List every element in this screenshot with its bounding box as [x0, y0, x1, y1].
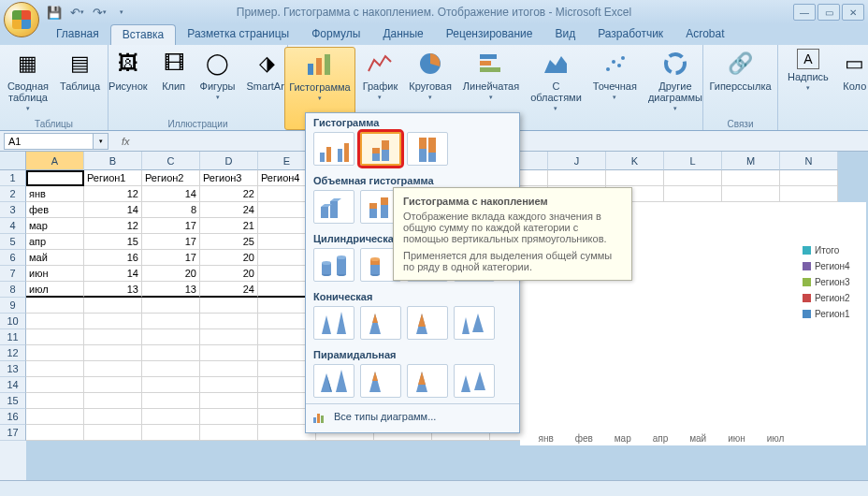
textbox-button[interactable]: AНадпись▾ [784, 47, 832, 130]
column-header[interactable]: K [606, 152, 664, 170]
row-header[interactable]: 7 [0, 266, 26, 282]
legend-item[interactable]: Регион4 [803, 261, 862, 271]
cell[interactable]: 8 [142, 202, 200, 218]
cell[interactable] [142, 329, 200, 345]
cell[interactable]: Регион1 [84, 170, 142, 186]
cell[interactable]: июн [26, 266, 84, 282]
row-header[interactable]: 9 [0, 298, 26, 314]
cell[interactable]: 17 [142, 250, 200, 266]
pivot-table-button[interactable]: ▦Сводная таблица▾ [4, 47, 52, 130]
cell[interactable] [84, 345, 142, 361]
cell[interactable] [200, 298, 258, 314]
cell[interactable]: 17 [142, 234, 200, 250]
cell[interactable]: 12 [84, 218, 142, 234]
tab-view[interactable]: Вид [543, 24, 586, 45]
row-header[interactable]: 17 [0, 425, 26, 441]
cell[interactable] [84, 377, 142, 393]
cell[interactable]: 13 [84, 282, 142, 298]
cell[interactable] [26, 393, 84, 409]
cell[interactable] [200, 361, 258, 377]
cell[interactable] [26, 298, 84, 314]
cell[interactable] [780, 170, 838, 186]
legend-item[interactable]: Итого [803, 245, 862, 255]
cell[interactable] [142, 425, 200, 441]
minimize-button[interactable]: — [793, 4, 816, 21]
cell[interactable] [84, 393, 142, 409]
tab-insert[interactable]: Вставка [110, 24, 177, 45]
tab-home[interactable]: Главная [45, 24, 110, 45]
save-icon[interactable]: 💾 [45, 3, 64, 22]
undo-icon[interactable]: ↶▾ [67, 3, 86, 22]
row-header[interactable]: 14 [0, 377, 26, 393]
gallery-pyr-3[interactable] [407, 364, 448, 398]
gallery-cone-3[interactable] [407, 306, 448, 340]
cell[interactable]: мар [26, 218, 84, 234]
cell[interactable] [26, 425, 84, 441]
cell[interactable] [200, 329, 258, 345]
cell[interactable]: 20 [142, 266, 200, 282]
scatter-chart-button[interactable]: Точечная▾ [589, 47, 641, 130]
cell[interactable]: фев [26, 202, 84, 218]
cell[interactable]: апр [26, 234, 84, 250]
cell[interactable]: янв [26, 186, 84, 202]
cell[interactable] [26, 170, 84, 186]
cell[interactable] [142, 345, 200, 361]
cell[interactable]: 24 [200, 282, 258, 298]
cell[interactable] [200, 314, 258, 329]
cell[interactable]: 14 [84, 266, 142, 282]
row-header[interactable]: 4 [0, 218, 26, 234]
cell[interactable] [142, 393, 200, 409]
name-box[interactable] [4, 133, 94, 150]
all-chart-types-button[interactable]: Все типы диаграмм... [306, 403, 519, 429]
redo-icon[interactable]: ↷▾ [90, 3, 108, 22]
column-header[interactable]: J [548, 152, 606, 170]
restore-button[interactable]: ▭ [817, 4, 840, 21]
tab-formulas[interactable]: Формулы [300, 24, 371, 45]
tab-data[interactable]: Данные [371, 24, 434, 45]
tab-review[interactable]: Рецензирование [435, 24, 544, 45]
cell[interactable] [84, 361, 142, 377]
cell[interactable] [142, 314, 200, 329]
legend-item[interactable]: Регион1 [803, 309, 862, 319]
row-header[interactable]: 6 [0, 250, 26, 266]
gallery-cone-4[interactable] [454, 306, 495, 340]
column-header[interactable]: N [780, 152, 838, 170]
horizontal-scrollbar[interactable] [0, 480, 868, 496]
cell[interactable] [26, 314, 84, 329]
clip-button[interactable]: 🎞Клип [155, 47, 193, 130]
cell[interactable]: 14 [142, 186, 200, 202]
column-header[interactable]: D [200, 152, 258, 170]
gallery-pyr-1[interactable] [313, 364, 354, 398]
row-header[interactable]: 1 [0, 170, 26, 186]
tab-acrobat[interactable]: Acrobat [674, 24, 735, 45]
row-header[interactable]: 5 [0, 234, 26, 250]
cell[interactable] [200, 377, 258, 393]
cell[interactable]: май [26, 250, 84, 266]
office-button[interactable] [4, 2, 39, 37]
legend-item[interactable]: Регион2 [803, 293, 862, 303]
column-header[interactable]: L [664, 152, 722, 170]
column-header[interactable]: C [142, 152, 200, 170]
gallery-pyr-4[interactable] [454, 364, 495, 398]
gallery-stacked-column[interactable] [360, 132, 401, 166]
header-button[interactable]: ▭Коло [836, 47, 868, 130]
cell[interactable]: 14 [84, 202, 142, 218]
cell[interactable]: 16 [84, 250, 142, 266]
cell[interactable] [84, 314, 142, 329]
cell[interactable]: 17 [142, 218, 200, 234]
area-chart-button[interactable]: С областями▾ [527, 47, 586, 130]
close-button[interactable]: ✕ [842, 4, 864, 21]
cell[interactable] [142, 298, 200, 314]
gallery-100-stacked-column[interactable] [407, 132, 448, 166]
cell[interactable] [200, 393, 258, 409]
picture-button[interactable]: 🖼Рисунок [105, 47, 152, 130]
cell[interactable] [84, 409, 142, 425]
cell[interactable] [26, 345, 84, 361]
tab-pagelayout[interactable]: Разметка страницы [176, 24, 300, 45]
cell[interactable]: 22 [200, 186, 258, 202]
cell[interactable] [200, 425, 258, 441]
gallery-pyr-2[interactable] [360, 364, 401, 398]
shapes-button[interactable]: ◯Фигуры▾ [196, 47, 239, 130]
cell[interactable]: июл [26, 282, 84, 298]
cell[interactable]: 15 [84, 234, 142, 250]
